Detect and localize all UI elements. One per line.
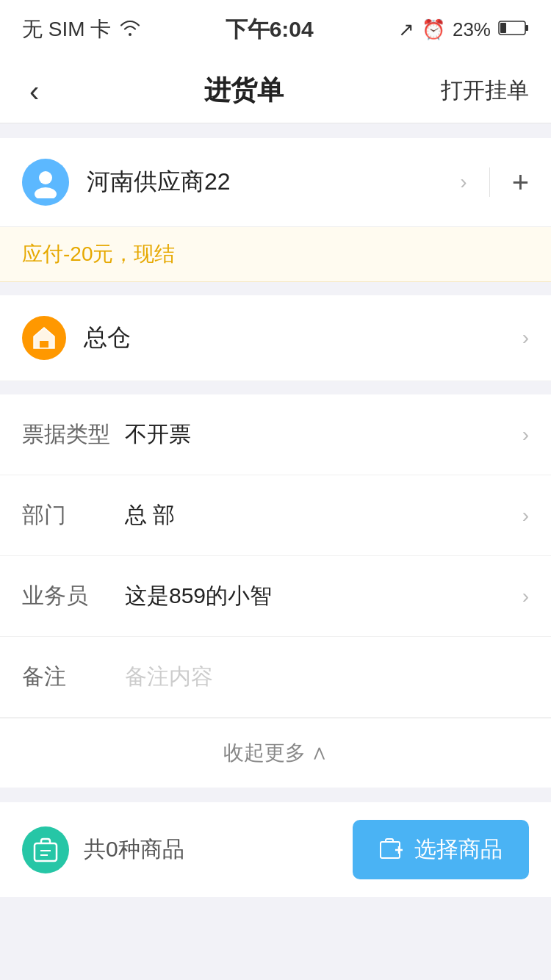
salesperson-label: 业务员 [22, 581, 118, 611]
supplier-card: 河南供应商22 › + 应付-20元，现结 [0, 138, 551, 282]
invoice-value: 不开票 [118, 419, 522, 450]
warehouse-icon-wrap [22, 316, 66, 360]
open-pending-button[interactable]: 打开挂单 [441, 76, 529, 106]
signal-text: 无 SIM 卡 [22, 15, 111, 43]
location-icon: ↗ [398, 18, 414, 41]
supplier-name: 河南供应商22 [87, 166, 460, 198]
battery-icon [498, 18, 529, 41]
warehouse-icon [31, 325, 57, 351]
user-icon [29, 166, 62, 198]
section-gap-2 [0, 282, 551, 295]
product-count: 共0种商品 [84, 835, 184, 865]
select-product-label: 选择商品 [414, 835, 503, 865]
svg-rect-1 [525, 25, 528, 31]
status-bar: 无 SIM 卡 下午6:04 ↗ ⏰ 23% [0, 0, 551, 59]
form-row-invoice[interactable]: 票据类型 不开票 › [0, 394, 551, 475]
select-product-icon [379, 837, 404, 862]
department-value: 总 部 [118, 500, 522, 530]
form-section: 票据类型 不开票 › 部门 总 部 › 业务员 这是859的小智 › 备注 备注… [0, 394, 551, 788]
add-supplier-button[interactable]: + [512, 166, 529, 199]
svg-rect-6 [35, 843, 57, 861]
status-left: 无 SIM 卡 [22, 15, 140, 43]
wifi-icon [120, 18, 140, 41]
svg-rect-2 [500, 23, 506, 33]
warehouse-name: 总仓 [84, 322, 522, 354]
svg-point-3 [39, 171, 52, 184]
supplier-avatar [22, 159, 69, 206]
back-button[interactable]: ‹ [22, 69, 46, 113]
product-icon [32, 836, 60, 864]
invoice-label: 票据类型 [22, 419, 118, 450]
product-icon-wrap [22, 826, 69, 873]
form-row-salesperson[interactable]: 业务员 这是859的小智 › [0, 556, 551, 637]
page-title: 进货单 [204, 73, 284, 109]
collapse-text: 收起更多 ∧ [223, 739, 328, 767]
product-left: 共0种商品 [22, 826, 184, 873]
salesperson-value: 这是859的小智 [118, 581, 522, 611]
salesperson-chevron-icon: › [522, 585, 529, 608]
warehouse-chevron-icon: › [522, 326, 529, 350]
section-gap-3 [0, 381, 551, 394]
svg-rect-5 [40, 341, 48, 348]
warehouse-row[interactable]: 总仓 › [0, 295, 551, 381]
nav-bar: ‹ 进货单 打开挂单 [0, 59, 551, 123]
form-row-remark[interactable]: 备注 备注内容 [0, 637, 551, 718]
alarm-icon: ⏰ [422, 18, 445, 41]
battery-text: 23% [453, 18, 491, 41]
form-row-department[interactable]: 部门 总 部 › [0, 475, 551, 556]
notice-bar: 应付-20元，现结 [0, 227, 551, 282]
supplier-chevron-icon: › [460, 170, 467, 194]
supplier-row[interactable]: 河南供应商22 › + [0, 138, 551, 227]
section-gap-1 [0, 123, 551, 138]
collapse-button[interactable]: 收起更多 ∧ [0, 718, 551, 788]
svg-point-4 [35, 187, 57, 198]
department-chevron-icon: › [522, 504, 529, 527]
status-right: ↗ ⏰ 23% [398, 18, 529, 41]
select-product-button[interactable]: 选择商品 [353, 820, 529, 879]
invoice-chevron-icon: › [522, 423, 529, 447]
status-time: 下午6:04 [226, 15, 314, 45]
divider [489, 167, 490, 197]
page-rest [0, 897, 551, 980]
remark-label: 备注 [22, 662, 118, 692]
product-bar: 共0种商品 选择商品 [0, 802, 551, 897]
remark-input[interactable]: 备注内容 [118, 662, 529, 692]
department-label: 部门 [22, 500, 118, 530]
warehouse-card: 总仓 › [0, 295, 551, 381]
section-gap-4 [0, 788, 551, 802]
